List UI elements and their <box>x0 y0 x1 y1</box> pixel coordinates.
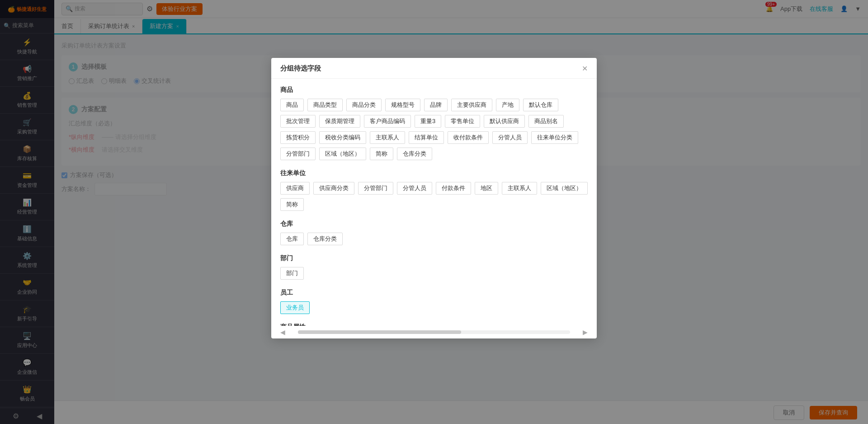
field-tag[interactable]: 规格型号 <box>385 99 420 111</box>
field-tag[interactable]: 分管部门 <box>280 148 316 160</box>
field-section-title: 商品 <box>280 86 588 94</box>
scrollbar-thumb <box>298 330 461 334</box>
field-tag[interactable]: 商品 <box>280 99 304 111</box>
field-tag[interactable]: 地区 <box>475 182 498 195</box>
field-section-部门: 部门部门 <box>280 254 588 280</box>
field-tag[interactable]: 仓库分类 <box>397 148 432 160</box>
field-tag[interactable]: 部门 <box>280 267 304 280</box>
field-tag[interactable]: 主要供应商 <box>451 99 492 111</box>
field-tag[interactable]: 品牌 <box>424 99 448 111</box>
field-tag[interactable]: 主联系人 <box>502 182 537 195</box>
modal-close-button[interactable]: ✕ <box>582 64 588 73</box>
field-tag[interactable]: 税收分类编码 <box>319 131 366 144</box>
scroll-left-icon[interactable]: ◀ <box>280 329 285 336</box>
field-tags-往来单位: 供应商供应商分类分管部门分管人员付款条件地区主联系人区域（地区）简称 <box>280 182 588 211</box>
field-tag[interactable]: 简称 <box>370 148 393 160</box>
field-tag[interactable]: 往来单位分类 <box>531 131 578 144</box>
field-tag[interactable]: 商品分类 <box>346 99 382 111</box>
field-tag[interactable]: 业务员 <box>280 301 310 314</box>
field-tag[interactable]: 仓库分类 <box>307 233 343 245</box>
field-tag[interactable]: 简称 <box>280 198 304 211</box>
modal-scrollbar-horizontal[interactable] <box>298 330 570 334</box>
field-tag[interactable]: 分管人员 <box>492 131 528 144</box>
field-tag[interactable]: 主联系人 <box>370 131 405 144</box>
field-tag[interactable]: 保质期管理 <box>319 115 360 128</box>
field-tags-商品: 商品商品类型商品分类规格型号品牌主要供应商产地默认仓库批次管理保质期管理客户商品… <box>280 99 588 160</box>
field-tag[interactable]: 拣货积分 <box>280 131 316 144</box>
modal-body[interactable]: 商品商品商品类型商品分类规格型号品牌主要供应商产地默认仓库批次管理保质期管理客户… <box>271 79 597 326</box>
field-tag[interactable]: 供应商分类 <box>313 182 354 195</box>
field-tag[interactable]: 批次管理 <box>280 115 316 128</box>
field-tags-员工: 业务员 <box>280 301 588 314</box>
field-tag[interactable]: 默认仓库 <box>523 99 558 111</box>
field-select-modal: 分组待选字段 ✕ 商品商品商品类型商品分类规格型号品牌主要供应商产地默认仓库批次… <box>271 58 597 338</box>
field-section-title: 往来单位 <box>280 169 588 177</box>
field-section-往来单位: 往来单位供应商供应商分类分管部门分管人员付款条件地区主联系人区域（地区）简称 <box>280 169 588 211</box>
modal-title: 分组待选字段 <box>280 64 321 73</box>
modal-header: 分组待选字段 ✕ <box>271 58 597 79</box>
field-tag[interactable]: 分管人员 <box>397 182 432 195</box>
field-tag[interactable]: 区域（地区） <box>541 182 588 195</box>
field-tag[interactable]: 付款条件 <box>436 182 471 195</box>
field-tag[interactable]: 区域（地区） <box>319 148 366 160</box>
field-tag[interactable]: 默认供应商 <box>484 115 525 128</box>
field-tag[interactable]: 零售单位 <box>445 115 480 128</box>
modal-scrollbar-row: ◀ ▶ <box>271 326 597 338</box>
field-section-仓库: 仓库仓库仓库分类 <box>280 220 588 245</box>
field-tag[interactable]: 产地 <box>496 99 519 111</box>
field-tag[interactable]: 商品别名 <box>528 115 564 128</box>
field-tags-仓库: 仓库仓库分类 <box>280 233 588 245</box>
scroll-right-icon[interactable]: ▶ <box>583 329 588 336</box>
field-tag[interactable]: 收付款条件 <box>448 131 489 144</box>
field-section-商品: 商品商品商品类型商品分类规格型号品牌主要供应商产地默认仓库批次管理保质期管理客户… <box>280 86 588 160</box>
field-tag[interactable]: 重量3 <box>415 115 441 128</box>
field-tag[interactable]: 商品类型 <box>307 99 343 111</box>
field-tag[interactable]: 结算单位 <box>409 131 444 144</box>
field-section-title: 部门 <box>280 254 588 262</box>
field-tag[interactable]: 分管部门 <box>358 182 393 195</box>
field-tag[interactable]: 仓库 <box>280 233 304 245</box>
field-section-员工: 员工业务员 <box>280 289 588 314</box>
field-tags-部门: 部门 <box>280 267 588 280</box>
field-section-title: 员工 <box>280 289 588 297</box>
field-tag[interactable]: 供应商 <box>280 182 310 195</box>
field-section-title: 仓库 <box>280 220 588 228</box>
field-tag[interactable]: 客户商品编码 <box>364 115 411 128</box>
